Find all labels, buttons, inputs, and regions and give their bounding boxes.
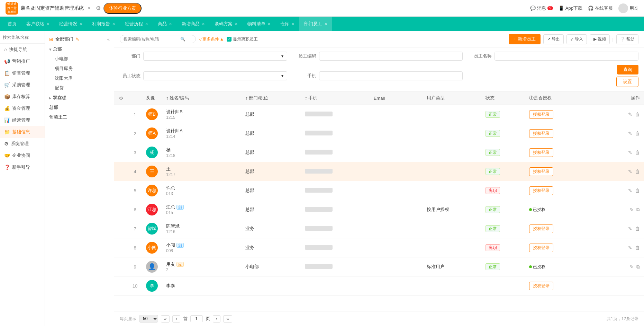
delete-icon[interactable]: 🗑 [635, 188, 640, 193]
tab-home[interactable]: 首页 [3, 17, 21, 31]
add-employee-btn[interactable]: + 新增员工 [509, 34, 540, 44]
import-btn[interactable]: ↙ 导入 [566, 34, 587, 44]
tree-node-peihuo[interactable]: 配货 [45, 83, 114, 93]
tab-operation[interactable]: 经营情况✕ [54, 17, 87, 31]
emp-name-input[interactable] [495, 52, 638, 61]
sidebar-item-marketing[interactable]: 📢 营销推广 [0, 55, 45, 67]
tree-node-zongbu-root[interactable]: ▾ 总部 [45, 44, 114, 54]
auth-btn[interactable]: 授权登录 [529, 148, 553, 157]
delete-icon[interactable]: 🗑 [635, 150, 640, 155]
tree-node-zongbu2[interactable]: 总部 [45, 103, 114, 112]
delete-icon[interactable]: 🗑 [635, 226, 640, 231]
col-phone-header[interactable]: ↕ 手机 [301, 91, 370, 105]
tab-close-bom[interactable]: ✕ [267, 22, 271, 26]
settings-gear-icon[interactable]: ⚙ [96, 5, 101, 11]
tab-profit[interactable]: 利润报告✕ [87, 17, 120, 31]
message-btn[interactable]: 💬 消息 5 [530, 5, 553, 11]
first-page-btn[interactable]: « [161, 315, 170, 323]
help-btn[interactable]: ❔ 帮助 [616, 34, 638, 44]
query-btn[interactable]: 查询 [617, 65, 638, 74]
app-download-btn[interactable]: 📱 App下载 [559, 5, 582, 11]
tree-edit-icon[interactable]: ✎ [75, 37, 79, 42]
more-filter-btn[interactable]: ▽ 更多条件 ▲ [199, 36, 224, 42]
sidebar-search-input[interactable] [3, 35, 45, 40]
tab-history[interactable]: 经营历程✕ [120, 17, 153, 31]
tree-node-shuangxin[interactable]: ▸ 双鑫想 [45, 93, 114, 103]
prev-page-btn[interactable]: ‹ [172, 315, 180, 323]
tree-collapse-icon[interactable]: « [107, 37, 110, 42]
sidebar-item-guide[interactable]: ❓ 新手引导 [0, 161, 45, 173]
edit-icon[interactable]: ✎ [628, 245, 632, 250]
tab-close-customer[interactable]: ✕ [46, 22, 49, 26]
edit-icon[interactable]: ✎ [628, 150, 632, 155]
tab-close-history[interactable]: ✕ [145, 22, 148, 26]
sidebar-item-purchase[interactable]: 🛒 采购管理 [0, 79, 45, 91]
edit-icon[interactable]: ✎ [628, 169, 632, 174]
show-leaving-checkbox[interactable]: ✓ 显示离职员工 [227, 36, 258, 42]
emp-status-select[interactable]: ▾ [143, 71, 287, 80]
emp-code-input[interactable] [319, 52, 463, 61]
col-settings-header[interactable]: ⚙ [114, 91, 128, 105]
tab-goods[interactable]: 商品✕ [153, 17, 177, 31]
tab-close-barcode[interactable]: ✕ [235, 22, 238, 26]
edit-icon[interactable]: ✎ [628, 226, 632, 231]
auth-btn[interactable]: 授权登录 [529, 167, 553, 176]
page-number-input[interactable] [190, 315, 203, 322]
tree-node-shenyang[interactable]: 沈阳大库 [45, 73, 114, 83]
last-page-btn[interactable]: » [223, 315, 232, 323]
page-size-select[interactable]: 50 100 200 [139, 315, 158, 323]
edit-icon[interactable]: ✎ [628, 131, 632, 136]
tree-node-xiaodian[interactable]: 小电部 [45, 54, 114, 64]
next-page-btn[interactable]: › [213, 315, 220, 323]
search-input[interactable] [124, 37, 179, 42]
delete-icon[interactable]: 🗑 [635, 245, 640, 250]
sidebar-item-quick-nav[interactable]: ⌂ 快捷导航 [0, 44, 45, 55]
copy-icon[interactable]: ⧉ [636, 207, 640, 213]
auth-btn[interactable]: 授权登录 [529, 129, 553, 138]
auth-btn[interactable]: 授权登录 [529, 186, 553, 195]
emp-code-field[interactable] [323, 54, 459, 59]
online-service-btn[interactable]: 🎧 在线客服 [588, 5, 613, 11]
user-profile-btn[interactable]: 用友 [618, 3, 638, 13]
auth-btn[interactable]: 授权登录 [529, 110, 553, 119]
delete-icon[interactable]: 🗑 [635, 169, 640, 174]
dept-select[interactable]: ▾ [143, 52, 287, 61]
edit-icon[interactable]: ✎ [629, 207, 634, 212]
copy-icon[interactable]: ⧉ [636, 264, 640, 270]
sidebar-item-basic-info[interactable]: 📁 基础信息 [0, 126, 45, 138]
edit-icon[interactable]: ✎ [628, 188, 632, 193]
edit-icon[interactable]: ✎ [629, 264, 634, 270]
col-dept-header[interactable]: ↕ 部门/职位 [241, 91, 301, 105]
delete-icon[interactable]: 🗑 [635, 131, 640, 136]
auth-btn[interactable]: 授权登录 [529, 244, 553, 252]
tab-customer[interactable]: 客户联络✕ [21, 17, 54, 31]
tab-bom[interactable]: 物料清单✕ [243, 17, 275, 31]
sidebar-item-management[interactable]: 📊 经营管理 [0, 114, 45, 126]
auth-btn[interactable]: 授权登录 [529, 224, 553, 233]
set-btn[interactable]: 设置 [616, 77, 638, 87]
edit-icon[interactable]: ✎ [628, 112, 632, 117]
tree-node-xiangmu[interactable]: 项目库房 [45, 64, 114, 73]
tab-close-operation[interactable]: ✕ [79, 22, 82, 26]
tab-barcode[interactable]: 条码方案✕ [210, 17, 243, 31]
search-box[interactable]: 🔍 [120, 35, 196, 43]
tab-warehouse[interactable]: 仓库✕ [275, 17, 299, 31]
col-name-header[interactable]: ↕ 姓名/编码 [162, 91, 241, 105]
tab-close-add-goods[interactable]: ✕ [202, 22, 205, 26]
sidebar-item-system[interactable]: ⚙ 系统管理 [0, 138, 45, 150]
sidebar-search-box[interactable]: 🔍 [0, 31, 45, 44]
sidebar-item-inventory[interactable]: 📦 库存核算 [0, 91, 45, 103]
trial-btn[interactable]: 体验行业方案 [103, 3, 142, 14]
delete-icon[interactable]: 🗑 [635, 112, 640, 117]
sidebar-item-cooperation[interactable]: 🤝 企业协同 [0, 150, 45, 161]
phone-field[interactable] [323, 73, 459, 78]
tab-close-goods[interactable]: ✕ [169, 22, 172, 26]
phone-input[interactable] [319, 71, 463, 80]
tab-dept-employee[interactable]: 部门员工✕ [299, 17, 332, 31]
sidebar-item-finance[interactable]: 💰 资金管理 [0, 103, 45, 114]
tab-close-warehouse[interactable]: ✕ [291, 22, 294, 26]
auth-btn[interactable]: 授权登录 [529, 282, 553, 290]
tab-close-profit[interactable]: ✕ [112, 22, 115, 26]
export-btn[interactable]: ↗ 导出 [543, 34, 564, 44]
video-btn[interactable]: ▶ 视频 [590, 34, 610, 44]
